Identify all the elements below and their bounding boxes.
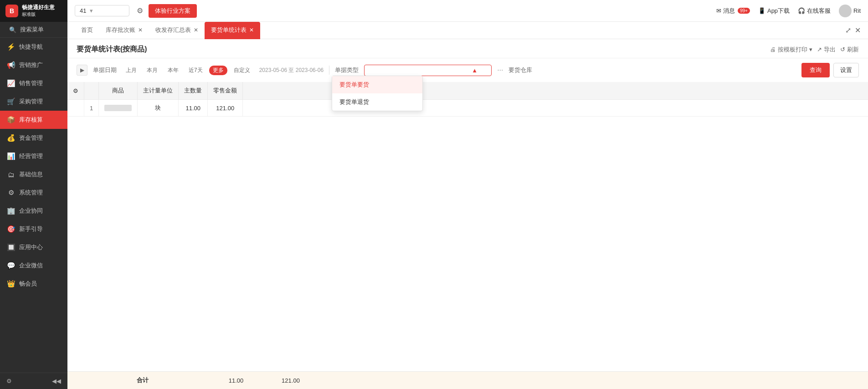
date-more[interactable]: 更多 <box>209 66 227 75</box>
tab-dispatch-summary[interactable]: 收发存汇总表 ✕ <box>149 22 205 39</box>
sidebar-item-inventory[interactable]: 📦 库存核算 <box>0 111 67 129</box>
search-menu[interactable]: 🔍 搜索菜单 <box>0 22 67 38</box>
sidebar-item-sales[interactable]: 📈 销售管理 <box>0 74 67 92</box>
header-left: 41 ▾ ⚙ 体验行业方案 <box>75 4 197 18</box>
tab-home[interactable]: 首页 <box>75 22 99 39</box>
dropdown-item-requisition-return[interactable]: 要货单退货 <box>332 93 422 111</box>
sidebar-item-label: 快捷导航 <box>19 43 43 51</box>
header-right: ✉ 消息 99+ 📱 App下载 🎧 在线客服 Rit <box>716 5 861 17</box>
trial-button[interactable]: 体验行业方案 <box>149 4 197 18</box>
header-gear-icon[interactable]: ⚙ <box>137 6 143 15</box>
sidebar-item-label: 营销推广 <box>19 61 43 69</box>
tab-requisition-stats-close-icon[interactable]: ✕ <box>249 27 254 33</box>
td-row-settings <box>67 100 84 117</box>
marketing-icon: 📢 <box>6 61 15 69</box>
export-label: 导出 <box>824 46 836 54</box>
date-shortcuts: 上月 本月 本年 近7天 更多 自定义 <box>122 65 254 76</box>
date-custom[interactable]: 自定义 <box>230 65 254 76</box>
enterprise-icon: 🏢 <box>6 207 15 215</box>
sidebar-item-member[interactable]: 👑 畅会员 <box>0 275 67 293</box>
page-actions: 🖨 按模板打印 ▾ ↗ 导出 ↺ 刷新 <box>770 46 859 54</box>
app-name: 畅捷通好生意 <box>22 4 55 11</box>
sidebar-item-system[interactable]: ⚙ 系统管理 <box>0 184 67 202</box>
messages-icon: ✉ <box>716 7 721 14</box>
print-template-action[interactable]: 🖨 按模板打印 ▾ <box>770 46 812 54</box>
member-icon: 👑 <box>6 280 15 288</box>
export-action[interactable]: ↗ 导出 <box>817 46 836 54</box>
th-quantity: 主数量 <box>179 82 208 100</box>
main-area: 41 ▾ ⚙ 体验行业方案 ✉ 消息 99+ 📱 App下载 🎧 在线客服 R <box>67 0 868 389</box>
sidebar-item-label: 畅会员 <box>19 280 37 288</box>
sidebar-item-basic[interactable]: 🗂 基础信息 <box>0 165 67 184</box>
filter-expand-button[interactable]: ▶ <box>77 65 87 76</box>
export-icon: ↗ <box>817 46 822 53</box>
filter-more-icon[interactable]: ··· <box>497 66 503 74</box>
search-menu-label: 搜索菜单 <box>20 26 44 34</box>
sidebar-item-label: 企业微信 <box>19 261 43 270</box>
table-header-row: ⚙ 商品 主计量单位 主数量 零售金额 <box>67 82 868 100</box>
filter-actions: 查询 设置 <box>801 63 859 77</box>
date-upper-month[interactable]: 上月 <box>122 65 140 76</box>
tabs-bar: 首页 库存批次账 ✕ 收发存汇总表 ✕ 要货单统计表 ✕ ⤢ ✕ <box>67 22 868 39</box>
sidebar-item-appstore[interactable]: 🔲 应用中心 <box>0 238 67 256</box>
sidebar-item-operation[interactable]: 📊 经营管理 <box>0 147 67 165</box>
date-current-month[interactable]: 本月 <box>143 65 161 76</box>
online-service-item[interactable]: 🎧 在线客服 <box>798 7 831 15</box>
table-wrap: ⚙ 商品 主计量单位 主数量 零售金额 1 <box>67 82 868 371</box>
user-avatar-item[interactable]: Rit <box>839 5 861 17</box>
sidebar-item-purchase[interactable]: 🛒 采购管理 <box>0 92 67 111</box>
refresh-label: 刷新 <box>847 46 859 54</box>
td-unit: 块 <box>138 100 179 117</box>
search-icon: 🔍 <box>9 26 16 33</box>
order-type-label: 单据类型 <box>335 66 359 74</box>
store-selector[interactable]: 41 ▾ <box>75 5 129 16</box>
sidebar-item-label: 新手引导 <box>19 225 43 233</box>
sidebar-item-guide[interactable]: 🎯 新手引导 <box>0 220 67 238</box>
sidebar-item-quick-nav[interactable]: ⚡ 快捷导航 <box>0 38 67 56</box>
th-settings[interactable]: ⚙ <box>67 82 84 100</box>
headset-icon: 🎧 <box>798 7 805 14</box>
th-unit: 主计量单位 <box>138 82 179 100</box>
order-type-chevron-icon: ▲ <box>472 67 478 74</box>
mobile-icon: 📱 <box>758 7 765 14</box>
sidebar-collapse-button[interactable]: ◀◀ <box>52 378 61 384</box>
order-type-select[interactable]: ▲ <box>364 65 492 76</box>
operation-icon: 📊 <box>6 152 15 160</box>
sidebar-item-finance[interactable]: 💰 资金管理 <box>0 129 67 147</box>
messages-item[interactable]: ✉ 消息 99+ <box>716 7 750 15</box>
td-amount: 121.00 <box>208 100 243 117</box>
sidebar-nav: ⚡ 快捷导航 📢 营销推广 📈 销售管理 🛒 采购管理 📦 库存核算 💰 资金管… <box>0 38 67 373</box>
query-button[interactable]: 查询 <box>801 63 830 77</box>
sales-icon: 📈 <box>6 79 15 87</box>
tab-requisition-stats[interactable]: 要货单统计表 ✕ <box>205 22 260 39</box>
th-amount: 零售金额 <box>208 82 243 100</box>
date-range-display[interactable]: 2023-05-06 至 2023-06-06 <box>259 67 324 74</box>
td-product <box>99 100 138 117</box>
settings-bottom-icon[interactable]: ⚙ <box>6 378 12 384</box>
date-year[interactable]: 本年 <box>164 65 182 76</box>
tab-inventory-batch-label: 库存批次账 <box>106 26 135 34</box>
sidebar-item-marketing[interactable]: 📢 营销推广 <box>0 56 67 74</box>
store-name: 41 <box>80 7 86 14</box>
tab-inventory-batch-close-icon[interactable]: ✕ <box>138 27 143 33</box>
tab-dispatch-summary-close-icon[interactable]: ✕ <box>194 27 198 33</box>
app-download-item[interactable]: 📱 App下载 <box>758 7 790 15</box>
dropdown-item-label: 要货单要货 <box>339 81 369 88</box>
inventory-icon: 📦 <box>6 116 15 124</box>
user-name: Rit <box>853 7 861 14</box>
tab-expand-icon[interactable]: ⤢ <box>845 26 851 35</box>
refresh-action[interactable]: ↺ 刷新 <box>840 46 859 54</box>
footer-amount: 121.00 <box>263 377 318 384</box>
sidebar-item-label: 应用中心 <box>19 243 43 251</box>
settings-button[interactable]: 设置 <box>833 63 859 77</box>
dropdown-item-label: 要货单退货 <box>339 98 369 105</box>
tab-inventory-batch[interactable]: 库存批次账 ✕ <box>99 22 149 39</box>
sidebar-item-label: 系统管理 <box>19 189 43 197</box>
dropdown-item-requisition-order[interactable]: 要货单要货 <box>332 76 422 93</box>
sidebar-item-wechat[interactable]: 💬 企业微信 <box>0 256 67 275</box>
sidebar-item-enterprise[interactable]: 🏢 企业协同 <box>0 202 67 220</box>
tab-close-all-icon[interactable]: ✕ <box>855 26 861 35</box>
tabs-bar-right: ⤢ ✕ <box>845 26 861 35</box>
purchase-icon: 🛒 <box>6 97 15 106</box>
date-7days[interactable]: 近7天 <box>185 65 206 76</box>
